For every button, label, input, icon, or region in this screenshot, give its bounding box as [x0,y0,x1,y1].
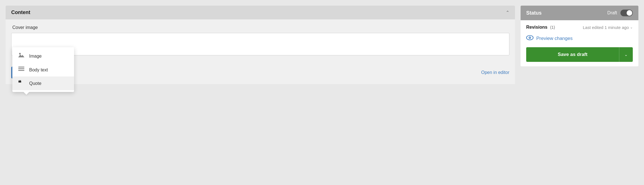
left-panel: Content ⌃ Cover image Add content Open i… [6,6,515,84]
revisions-row: Revisions (1) Last edited 1 minute ago ⌄ [526,25,633,30]
toggle-knob [627,10,632,16]
dropdown-item-quote-label: Quote [29,81,42,86]
body-text-icon [18,67,25,73]
status-title: Status [526,10,542,16]
status-header: Status Draft [521,6,638,20]
dropdown-item-quote[interactable]: ❝ Quote [12,76,74,90]
svg-rect-4 [18,70,24,71]
save-draft-button[interactable]: Save as draft [526,47,619,62]
content-body: Cover image [6,19,515,67]
content-editor-area[interactable] [11,33,509,55]
open-in-editor-link[interactable]: Open in editor [481,70,509,75]
dropdown-item-body-text[interactable]: Body text [12,63,74,76]
draft-toggle[interactable] [620,10,633,16]
right-panel: Status Draft Revisions (1) Last edited 1… [521,6,638,66]
status-body: Revisions (1) Last edited 1 minute ago ⌄… [521,20,638,66]
content-title: Content [11,10,30,15]
content-header: Content ⌃ [6,6,515,19]
dropdown-item-body-text-label: Body text [29,67,48,73]
content-section: Content ⌃ Cover image Add content Open i… [6,6,515,84]
content-type-dropdown: Image Body text ❝ [12,47,74,92]
quote-icon: ❝ [18,80,25,87]
save-draft-row: Save as draft ⌄ [526,47,633,62]
chevron-up-icon[interactable]: ⌃ [506,10,509,15]
revisions-count: (1) [550,25,555,30]
svg-text:❝: ❝ [18,80,21,85]
svg-point-1 [19,53,21,55]
save-draft-chevron-icon: ⌄ [624,52,628,57]
image-icon [18,52,25,60]
revisions-label: Revisions [526,25,548,30]
preview-changes-link[interactable]: Preview changes [536,36,572,41]
cover-image-label: Cover image [11,25,509,30]
last-edited-text: Last edited 1 minute ago ⌄ [583,25,633,30]
dropdown-arrow [24,92,29,95]
dropdown-item-image[interactable]: Image [12,49,74,63]
svg-point-8 [529,37,530,38]
dropdown-item-image-label: Image [29,54,42,59]
draft-label: Draft [607,10,617,15]
svg-marker-0 [18,55,24,57]
svg-rect-2 [18,67,24,67]
save-draft-dropdown-button[interactable]: ⌄ [619,47,633,62]
last-edited-chevron-icon[interactable]: ⌄ [630,25,633,29]
svg-rect-3 [18,68,24,69]
preview-changes-row[interactable]: Preview changes [526,35,633,42]
eye-icon [526,35,533,42]
content-footer: Add content Open in editor [6,67,515,84]
status-right: Draft [607,10,633,16]
